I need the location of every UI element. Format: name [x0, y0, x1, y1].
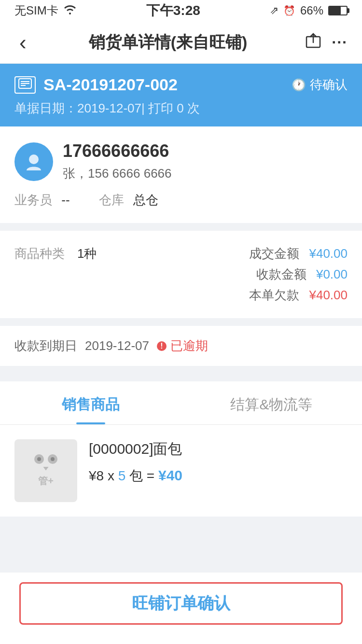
customer-meta: 业务员 -- 仓库 总仓: [14, 192, 348, 209]
customer-name: 张，156 6666 6666: [63, 165, 172, 182]
customer-section: 17666666666 张，156 6666 6666 业务员 -- 仓库 总仓: [0, 126, 362, 223]
owl-eye-right: [48, 454, 57, 464]
confirm-order-button[interactable]: 旺铺订单确认: [19, 582, 343, 625]
order-id-text: SA-20191207-002: [43, 75, 178, 94]
received-amount-row: 收款金额 ¥0.00: [256, 266, 348, 283]
divider-1: [0, 223, 362, 231]
svg-point-6: [29, 154, 39, 164]
order-icon: [14, 76, 36, 94]
due-date-label: 收款到期日: [14, 337, 77, 354]
nav-actions: ···: [305, 32, 348, 53]
owl-logo: 管+: [34, 454, 57, 488]
bottom-button-container: 旺铺订单确认: [0, 573, 362, 644]
warehouse-value: 总仓: [133, 193, 158, 207]
product-name-text: 面包: [153, 441, 182, 457]
wifi-icon: [63, 4, 77, 17]
product-unit: 包: [129, 468, 143, 483]
alarm-icon: ⏰: [283, 5, 295, 16]
product-name: [0000002]面包: [89, 439, 348, 459]
salesman-field: 业务员 --: [14, 192, 70, 209]
due-date-value: 2019-12-07: [85, 338, 149, 353]
product-type-label: 商品种类: [14, 245, 65, 262]
deal-amount-label: 成交金额: [249, 245, 299, 262]
clock-icon: 🕐: [292, 78, 306, 92]
customer-phone: 17666666666: [63, 141, 172, 161]
more-icon[interactable]: ···: [332, 33, 348, 51]
avatar: [14, 142, 53, 181]
status-bar: 无SIM卡 下午3:28 ⇗ ⏰ 66%: [0, 0, 362, 21]
owed-amount-value: ¥40.00: [309, 288, 348, 303]
product-item: 管+ [0000002]面包 ¥8 x 5 包 = ¥40: [0, 425, 362, 517]
battery-icon: [328, 6, 348, 15]
product-price-row: ¥8 x 5 包 = ¥40: [89, 467, 348, 485]
location-icon: ⇗: [270, 4, 278, 17]
owl-beak: [43, 467, 49, 471]
price-multiply: x: [108, 468, 118, 483]
customer-info-block: 17666666666 张，156 6666 6666: [63, 141, 172, 182]
warehouse-field: 仓库 总仓: [99, 192, 158, 209]
order-date: 2019-12-07: [77, 101, 141, 115]
divider-2: [0, 318, 362, 326]
product-details: [0000002]面包 ¥8 x 5 包 = ¥40: [89, 439, 348, 485]
divider-3: [0, 366, 362, 374]
overdue-text: 已逾期: [170, 337, 208, 354]
owed-amount-label: 本单欠款: [249, 287, 299, 304]
status-right: ⇗ ⏰ 66%: [270, 4, 348, 17]
owed-amount-row: 本单欠款 ¥40.00: [249, 287, 348, 304]
received-amount-value: ¥0.00: [316, 267, 348, 282]
nav-title: 销货单详情(来自旺铺): [89, 31, 248, 54]
share-icon[interactable]: [305, 32, 322, 53]
owl-eye-left: [34, 454, 44, 464]
product-type-value: 1种: [77, 245, 97, 262]
order-date-label: 单据日期：: [14, 101, 77, 115]
nav-bar: ‹ 销货单详情(来自旺铺) ···: [0, 21, 362, 64]
product-type-field: 商品种类 1种: [14, 245, 97, 262]
product-thumbnail: 管+: [14, 439, 77, 502]
deal-amount-value: ¥40.00: [309, 246, 348, 261]
warehouse-label: 仓库: [99, 193, 124, 207]
order-status: 🕐 待确认: [292, 76, 348, 93]
product-price: ¥8: [89, 468, 104, 483]
due-section: 收款到期日 2019-12-07 ! 已逾期: [0, 326, 362, 366]
tab-sales-products[interactable]: 销售商品: [0, 381, 181, 424]
summary-row: 商品种类 1种 成交金额 ¥40.00 收款金额 ¥0.00 本单欠款 ¥40.…: [14, 245, 348, 304]
order-status-text: 待确认: [310, 76, 348, 93]
price-equals: =: [147, 468, 158, 483]
order-header: SA-20191207-002 🕐 待确认 单据日期：2019-12-07| 打…: [0, 64, 362, 126]
carrier-text: 无SIM卡: [14, 3, 58, 18]
amounts-block: 成交金额 ¥40.00 收款金额 ¥0.00 本单欠款 ¥40.00: [249, 245, 348, 304]
product-code: [0000002]: [89, 441, 153, 457]
order-date-row: 单据日期：2019-12-07| 打印 0 次: [14, 100, 348, 117]
product-quantity: 5: [118, 468, 126, 483]
owl-eyes: [34, 454, 57, 464]
order-id: SA-20191207-002: [14, 75, 178, 94]
owl-text: 管+: [38, 475, 54, 488]
status-time: 下午3:28: [146, 1, 200, 20]
overdue-badge: ! 已逾期: [157, 337, 208, 354]
battery-percent: 66%: [300, 4, 323, 17]
customer-row: 17666666666 张，156 6666 6666: [14, 141, 348, 182]
deal-amount-row: 成交金额 ¥40.00: [249, 245, 348, 262]
status-left: 无SIM卡: [14, 3, 77, 18]
overdue-icon: !: [157, 341, 167, 351]
tab-settlement[interactable]: 结算&物流等: [181, 381, 362, 424]
back-button[interactable]: ‹: [14, 26, 31, 59]
salesman-label: 业务员: [14, 193, 52, 207]
salesman-value: --: [61, 193, 70, 207]
tabs-section: 销售商品 结算&物流等: [0, 381, 362, 425]
summary-section: 商品种类 1种 成交金额 ¥40.00 收款金额 ¥0.00 本单欠款 ¥40.…: [0, 231, 362, 318]
order-print-info: | 打印 0 次: [141, 101, 200, 115]
received-amount-label: 收款金额: [256, 266, 306, 283]
product-total: ¥40: [158, 467, 182, 483]
